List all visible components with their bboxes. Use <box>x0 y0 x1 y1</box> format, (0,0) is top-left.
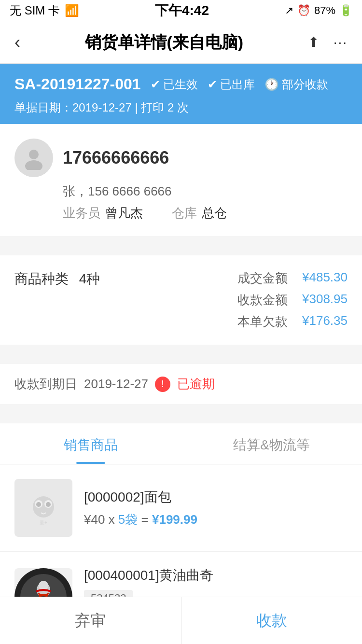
warehouse-field: 仓库 总仓 <box>172 205 227 222</box>
received-amount-value: ¥308.95 <box>302 292 348 308</box>
summary-section: 商品种类 4种 成交金额 ¥485.30 收款金额 ¥308.95 本单欠款 ¥… <box>0 255 362 345</box>
battery-text: 87% <box>314 4 335 17</box>
warehouse-value: 总仓 <box>202 205 227 222</box>
deal-amount-row: 成交金额 ¥485.30 <box>237 270 348 287</box>
battery-icon: 🔋 <box>339 4 352 17</box>
svg-text:量+: 量+ <box>40 520 47 525</box>
tab-sales-products[interactable]: 销售商品 <box>0 423 181 464</box>
svg-point-0 <box>29 150 39 159</box>
share-icon[interactable]: ⬆ <box>308 34 319 50</box>
tab-settlement-label: 结算&物流等 <box>233 437 310 452</box>
product-price-1: ¥40 x 5袋 = ¥199.99 <box>84 511 348 528</box>
owed-amount-label: 本单欠款 <box>237 313 288 330</box>
summary-left: 商品种类 4种 <box>14 270 100 330</box>
wifi-icon: 📶 <box>65 4 79 17</box>
status-text-3: 部分收款 <box>282 77 328 92</box>
product-total-1: ¥199.99 <box>152 512 197 527</box>
sep-2 <box>0 345 362 354</box>
product-types-label: 商品种类 <box>14 271 69 286</box>
status-badge-1: ✔ 已生效 <box>151 77 198 92</box>
overdue-text: 已逾期 <box>177 376 215 392</box>
salesperson-label: 业务员 <box>63 205 100 222</box>
due-section: 收款到期日 2019-12-27 ! 已逾期 <box>0 364 362 404</box>
warehouse-label: 仓库 <box>172 205 197 222</box>
salesperson-field: 业务员 曾凡杰 <box>63 205 143 222</box>
tab-settlement[interactable]: 结算&物流等 <box>181 423 362 464</box>
svg-point-1 <box>25 160 42 170</box>
page-title: 销货单详情(来自电脑) <box>85 31 244 54</box>
status-bar-time: 下午4:42 <box>155 1 209 20</box>
tabs-section: 销售商品 结算&物流等 <box>0 423 362 464</box>
product-types: 商品种类 4种 <box>14 270 100 288</box>
product-types-value: 4种 <box>79 271 100 286</box>
product-unit-price-1: ¥40 <box>84 512 105 527</box>
thumb-placeholder-1: 量+ <box>14 479 72 537</box>
due-date-value: 2019-12-27 <box>84 377 148 392</box>
status-bar-right: ↗ ⏰ 87% 🔋 <box>285 4 352 17</box>
received-amount-row: 收款金额 ¥308.95 <box>237 292 348 308</box>
deal-amount-label: 成交金额 <box>237 270 288 287</box>
sep-1 <box>0 236 362 246</box>
order-header: SA-20191227-001 ✔ 已生效 ✔ 已出库 🕐 部分收款 单据日期：… <box>0 64 362 124</box>
nav-actions: ⬆ ··· <box>308 34 348 50</box>
due-date-label: 收款到期日 <box>14 376 77 392</box>
product-info-1: [0000002]面包 ¥40 x 5袋 = ¥199.99 <box>84 488 348 528</box>
check-icon-1: ✔ <box>151 78 160 91</box>
sep-3 <box>0 404 362 414</box>
customer-meta: 业务员 曾凡杰 仓库 总仓 <box>63 205 348 222</box>
status-bar-left: 无 SIM 卡 📶 <box>10 3 79 18</box>
abandon-review-button[interactable]: 弃审 <box>0 597 181 644</box>
order-header-top: SA-20191227-001 ✔ 已生效 ✔ 已出库 🕐 部分收款 <box>14 75 348 93</box>
carrier-text: 无 SIM 卡 <box>10 3 60 18</box>
back-button[interactable]: ‹ <box>14 32 20 53</box>
customer-section: 17666666666 张，156 6666 6666 业务员 曾凡杰 仓库 总… <box>0 124 362 236</box>
clock-icon: 🕐 <box>265 78 279 91</box>
product-qty-1: 5袋 <box>118 512 138 527</box>
svg-point-5 <box>36 502 41 507</box>
customer-phone: 17666666666 <box>63 148 169 168</box>
status-text-2: 已出库 <box>220 77 255 92</box>
owed-amount-row: 本单欠款 ¥176.35 <box>237 313 348 330</box>
order-doc-date: 单据日期：2019-12-27 | 打印 2 次 <box>14 100 348 115</box>
owed-amount-value: ¥176.35 <box>302 313 348 330</box>
status-badge-3: 🕐 部分收款 <box>265 77 328 92</box>
nav-bar: ‹ 销货单详情(来自电脑) ⬆ ··· <box>0 21 362 64</box>
avatar <box>14 139 53 177</box>
customer-contact: 张，156 6666 6666 <box>63 183 348 200</box>
deal-amount-value: ¥485.30 <box>302 270 348 287</box>
product-name-1: [0000002]面包 <box>84 488 348 506</box>
summary-right: 成交金额 ¥485.30 收款金额 ¥308.95 本单欠款 ¥176.35 <box>237 270 348 330</box>
tab-sales-products-label: 销售商品 <box>64 437 118 452</box>
location-icon: ↗ <box>285 4 293 17</box>
customer-row: 17666666666 <box>14 139 348 177</box>
product-thumb-1: 量+ <box>14 479 72 537</box>
svg-point-6 <box>46 502 51 507</box>
alarm-icon: ⏰ <box>297 4 310 17</box>
collect-payment-button[interactable]: 收款 <box>181 597 362 644</box>
table-row: 量+ [0000002]面包 ¥40 x 5袋 = ¥199.99 <box>0 464 362 552</box>
check-icon-2: ✔ <box>208 78 217 91</box>
received-amount-label: 收款金额 <box>237 292 288 308</box>
status-bar: 无 SIM 卡 📶 下午4:42 ↗ ⏰ 87% 🔋 <box>0 0 362 21</box>
status-badge-2: ✔ 已出库 <box>208 77 255 92</box>
order-id: SA-20191227-001 <box>14 75 141 93</box>
bottom-bar: 弃审 收款 <box>0 597 362 644</box>
more-icon[interactable]: ··· <box>334 35 348 50</box>
status-text-1: 已生效 <box>163 77 198 92</box>
product-name-2: [000400001]黄油曲奇 <box>84 566 348 585</box>
salesperson-value: 曾凡杰 <box>105 205 143 222</box>
overdue-icon: ! <box>155 377 170 392</box>
